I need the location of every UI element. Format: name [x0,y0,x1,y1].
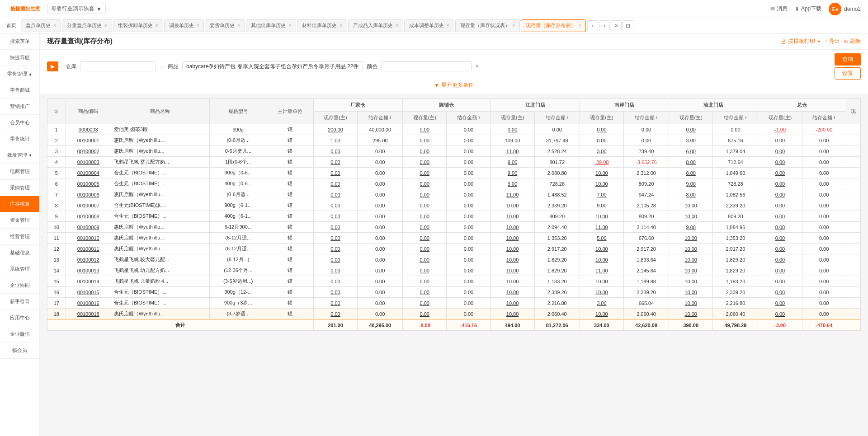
table-cell[interactable]: 10.00 [491,200,534,211]
industry-selector[interactable]: 母婴行业演示陈套 ▼ [47,4,106,14]
table-cell[interactable]: 0.00 [403,189,447,200]
sidebar-item-marketing[interactable]: 营销推广 [0,98,39,115]
export-btn[interactable]: ↑ 导出 [825,38,840,45]
table-cell[interactable]: 0.00 [313,233,357,244]
table-cell[interactable]: 0.00 [758,178,802,189]
table-cell[interactable]: 9.00 [580,200,623,211]
tab-adjust[interactable]: 调拨单历史 × [164,19,204,32]
table-cell[interactable]: 0.00 [758,189,802,200]
table-cell[interactable]: 10.00 [491,244,534,254]
table-cell[interactable]: 0.00 [580,124,623,135]
table-cell[interactable]: 10.00 [669,265,713,276]
sidebar-item-member[interactable]: 会员中心 [0,115,39,131]
table-cell[interactable]: 0.00 [403,265,447,276]
table-cell[interactable]: 0.00 [758,233,802,244]
table-cell[interactable]: 8.00 [669,157,713,168]
table-cell[interactable]: 0.00 [403,244,447,254]
table-cell[interactable]: 00100007 [66,200,111,211]
table-cell[interactable]: 11.00 [491,189,534,200]
table-cell[interactable]: 9.00 [491,168,534,178]
table-cell[interactable]: 10.00 [669,211,713,222]
table-cell[interactable]: 7.00 [580,189,623,200]
table-cell[interactable]: 10.00 [580,211,623,222]
close-icon[interactable]: × [288,23,291,28]
table-cell[interactable]: 0.00 [758,244,802,254]
table-cell[interactable]: 10.00 [669,200,713,211]
sidebar-item-retail-stats[interactable]: 零售统计 [0,131,39,147]
close-icon[interactable]: × [197,23,199,28]
table-cell[interactable]: 1.00 [313,135,357,146]
table-cell[interactable]: 0.00 [403,287,447,298]
goods-input[interactable] [182,61,363,71]
table-cell[interactable]: 6.00 [669,146,713,157]
refresh-btn[interactable]: ↻ 刷新 [844,38,861,45]
table-cell[interactable]: 10.00 [669,276,713,287]
tab-requisition[interactable]: 要货单历史 × [205,19,245,32]
table-cell[interactable]: 0.00 [758,157,802,168]
sidebar-item-nav[interactable]: 快捷导航 [0,50,39,66]
table-cell[interactable]: 00100005 [66,178,111,189]
sidebar-item-search[interactable]: 搜索英单 [0,33,39,50]
table-cell[interactable]: 0.00 [313,222,357,233]
table-cell[interactable]: 3.00 [580,146,623,157]
table-cell[interactable]: 0.00 [758,135,802,146]
tab-inventory-single[interactable]: 盘点单历史 × [21,19,61,32]
color-input[interactable] [381,61,472,71]
table-cell[interactable]: 0.00 [313,211,357,222]
table-cell[interactable]: 10.00 [669,287,713,298]
tab-cost-adjust[interactable]: 成本调整单历史 × [404,19,454,32]
table-cell[interactable]: 10.00 [669,233,713,244]
sidebar-item-retail-shop[interactable]: 零售商城 [0,82,39,98]
table-cell[interactable]: 00100015 [66,287,111,298]
table-cell[interactable]: 0.00 [403,254,447,265]
table-cell[interactable]: 9.00 [669,178,713,189]
table-cell[interactable]: 11.00 [580,222,623,233]
warehouse-dots[interactable]: ... [160,63,164,70]
sidebar-item-inventory[interactable]: 库存核算 [0,196,39,212]
tab-current-dist[interactable]: 现存量（库存分布表） × [521,19,586,32]
sidebar-item-wholesale[interactable]: 批发管理 ▼ [0,147,39,164]
table-cell[interactable]: 0.00 [403,178,447,189]
table-cell[interactable]: 5.00 [580,233,623,244]
expand-conditions-btn[interactable]: ▼ 展开更多条件 [434,81,474,89]
sidebar-item-ecommerce[interactable]: 电商管理 [0,164,39,180]
collapse-btn[interactable]: ▶ [47,61,58,71]
table-cell[interactable]: 10.00 [491,265,534,276]
close-icon[interactable]: × [396,23,398,28]
table-cell[interactable]: 0.00 [313,168,357,178]
table-cell[interactable]: 0.00 [313,254,357,265]
tab-prev-btn[interactable]: ‹ [587,20,598,31]
close-icon[interactable]: × [156,23,158,28]
table-cell[interactable]: 10.00 [669,298,713,309]
table-cell[interactable]: 10.00 [491,211,534,222]
sidebar-item-base-info[interactable]: 基础信息 [0,245,39,261]
table-cell[interactable]: 11.00 [491,146,534,157]
table-cell[interactable]: 0.00 [403,157,447,168]
table-cell[interactable]: 10.00 [580,254,623,265]
table-cell[interactable]: 0.00 [758,211,802,222]
table-cell[interactable]: 00100013 [66,265,111,276]
table-cell[interactable]: 00100002 [66,146,111,157]
tab-current-stock[interactable]: 现存量（库存状况表） × [455,19,520,32]
sidebar-item-retail-mgmt[interactable]: 零售管理 ▲ [0,66,39,82]
print-btn[interactable]: 🖨 按模板打印 ▼ [781,38,821,45]
table-cell[interactable]: 00100004 [66,168,111,178]
table-cell[interactable]: 0.00 [580,135,623,146]
table-cell[interactable]: 9.00 [491,157,534,168]
sidebar-item-finance[interactable]: 资金管理 [0,212,39,229]
search-btn[interactable]: 查询 [835,53,861,66]
table-cell[interactable]: 0.00 [758,298,802,309]
tab-product-in[interactable]: 产成品入库单历史 × [348,19,403,32]
table-cell[interactable]: 10.00 [580,168,623,178]
table-cell[interactable]: 0.00 [313,178,357,189]
table-cell[interactable]: 0.00 [758,222,802,233]
table-cell[interactable]: 0.00 [403,200,447,211]
table-cell[interactable]: 0.00 [313,287,357,298]
table-cell[interactable]: 0.00 [313,200,357,211]
table-cell[interactable]: 0.00 [403,222,447,233]
sidebar-item-operations[interactable]: 经营管理 [0,229,39,245]
table-cell[interactable]: 0.00 [669,124,713,135]
table-cell[interactable]: 10.00 [491,276,534,287]
table-cell[interactable]: 00100010 [66,233,111,244]
close-icon[interactable]: × [104,23,107,28]
